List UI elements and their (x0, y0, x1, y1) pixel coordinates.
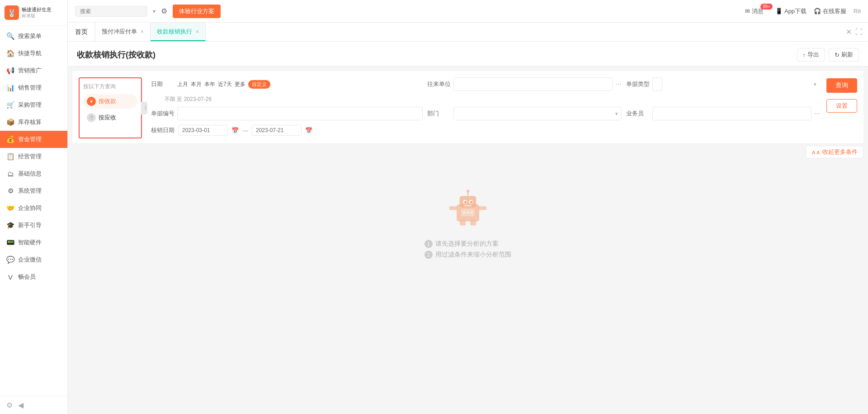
sidebar-item-label: 企业微信 (18, 256, 42, 264)
sidebar-item-label: 搜索菜单 (18, 32, 42, 40)
svg-rect-12 (470, 220, 476, 226)
user-info[interactable]: Rit (854, 8, 861, 14)
sidebar-item-label: 系统管理 (18, 187, 42, 195)
svg-rect-9 (449, 206, 457, 210)
sidebar-item-sales[interactable]: 📊 销售管理 (0, 79, 67, 96)
search-icon: 🔍 (6, 32, 14, 40)
topbar-gear-icon[interactable]: ⚙ (161, 7, 167, 15)
sidebar-item-search[interactable]: 🔍 搜索菜单 (0, 28, 67, 45)
purchase-icon: 🛒 (6, 101, 14, 109)
page-container: 收款核销执行(按收款) ↑ 导出 ↻ 刷新 按以下方查询 ¥ (68, 42, 868, 414)
step2-num: 2 (425, 251, 433, 259)
sidebar-item-newbie[interactable]: 🎓 新手引导 (0, 217, 67, 234)
tab-receipt-close[interactable]: × (196, 29, 199, 35)
date-shortcut-more[interactable]: 更多 (235, 81, 245, 88)
doc-type-select[interactable] (652, 77, 662, 91)
sidebar-item-purchase[interactable]: 🛒 采购管理 (0, 96, 67, 114)
solution-button[interactable]: 体验行业方案 (173, 5, 221, 18)
sidebar-item-label: 畅会员 (18, 273, 36, 281)
sidebar-item-quicknav[interactable]: 🏠 快捷导航 (0, 45, 67, 62)
tabbar-actions: ✕ ⛶ (840, 23, 868, 41)
app-download-button[interactable]: 📱 App下载 (775, 7, 807, 15)
sidebar-item-label: 基础信息 (18, 170, 42, 178)
verify-date-cal-end[interactable]: 📅 (305, 127, 312, 134)
sidebar-item-sysmanage[interactable]: ⚙ 系统管理 (0, 182, 67, 200)
svg-rect-10 (478, 206, 486, 210)
partner-filter-cell: 往来单位 ··· (427, 77, 621, 91)
dept-select[interactable] (453, 107, 621, 120)
online-service-button[interactable]: 🎧 在线客服 (814, 7, 846, 15)
topbar-search-input[interactable] (75, 6, 147, 17)
doc-num-input[interactable] (177, 107, 423, 120)
date-shortcut-lastmonth[interactable]: 上月 (177, 81, 188, 88)
collapse-more-button[interactable]: ∧∧ 收起更多条件 (806, 146, 863, 158)
inventory-icon: 📦 (6, 118, 14, 126)
date-shortcut-7days[interactable]: 近7天 (218, 81, 232, 88)
sidebar-bottom: ⚙ ◀ (0, 396, 67, 414)
filter-action-buttons: 查询 设置 (820, 77, 857, 138)
baseinfo-icon: 🗂 (6, 170, 14, 178)
staff-input[interactable] (652, 107, 811, 120)
receivable-filter-label: 按应收 (99, 114, 116, 122)
tabbar: 首页 预付冲应付单 × 收款核销执行 × ✕ ⛶ (68, 23, 868, 42)
empty-illustration (445, 186, 491, 231)
svg-point-16 (471, 212, 473, 214)
verify-date-label: 核销日期 (151, 126, 175, 134)
verify-date-cal-start[interactable]: 📅 (231, 127, 239, 134)
sidebar-item-bizcolab[interactable]: 🤝 企业协同 (0, 200, 67, 217)
sidebar-item-wechat[interactable]: 💬 企业微信 (0, 251, 67, 268)
filter-left-panel: 按以下方查询 ¥ 按收款 ⏱ 按应收 《 (79, 77, 142, 138)
service-label: 在线客服 (823, 7, 846, 15)
page-actions: ↑ 导出 ↻ 刷新 (797, 48, 859, 62)
doc-type-label: 单据类型 (626, 80, 650, 88)
receipt-filter-icon: ¥ (87, 97, 96, 106)
tab-prepay-close[interactable]: × (141, 29, 144, 35)
sidebar-item-bizmanage[interactable]: 📋 经营管理 (0, 148, 67, 165)
message-button[interactable]: ✉ 消息 99+ (745, 7, 768, 15)
sidebar-item-smarthw[interactable]: 📟 智能硬件 (0, 234, 67, 251)
collapse-sidebar-icon[interactable]: ◀ (18, 401, 24, 409)
logo-text: 畅捷通好生意 (22, 6, 52, 13)
svg-point-4 (464, 201, 466, 203)
sidebar-item-inventory[interactable]: 📦 库存核算 (0, 114, 67, 131)
window-close-icon[interactable]: ✕ (846, 28, 852, 36)
tab-prepay[interactable]: 预付冲应付单 × (95, 23, 151, 41)
date-shortcut-thisyear[interactable]: 本年 (204, 81, 215, 88)
tab-home[interactable]: 首页 (68, 23, 95, 41)
staff-dots[interactable]: ··· (814, 109, 820, 118)
tabbar-spacer (206, 23, 840, 41)
filter-option-receivable[interactable]: ⏱ 按应收 (83, 110, 137, 125)
sidebar-item-vip[interactable]: V 畅会员 (0, 268, 67, 286)
sidebar-item-label: 快捷导航 (18, 49, 42, 57)
settings-bottom-icon[interactable]: ⚙ (6, 401, 13, 409)
sales-icon: 📊 (6, 84, 14, 92)
topbar-chevron-icon[interactable]: ▾ (153, 8, 156, 14)
partner-input[interactable] (453, 77, 613, 91)
query-button[interactable]: 查询 (826, 78, 857, 93)
export-button[interactable]: ↑ 导出 (797, 48, 826, 62)
date-label: 日期 (151, 80, 175, 88)
filter-panel-collapse[interactable]: 《 (141, 102, 147, 114)
sidebar-item-finance[interactable]: 💰 资金管理 (0, 131, 67, 148)
step2-text: 用过滤条件来缩小分析范围 (435, 251, 511, 259)
refresh-button[interactable]: ↻ 刷新 (829, 48, 859, 62)
doc-num-filter-cell: 单据编号 (151, 107, 423, 120)
bizmanage-icon: 📋 (6, 152, 14, 161)
verify-date-start[interactable] (178, 125, 228, 136)
date-custom-tag[interactable]: 自定义 (248, 80, 270, 89)
sidebar-item-baseinfo[interactable]: 🗂 基础信息 (0, 165, 67, 182)
refresh-icon: ↻ (835, 52, 840, 58)
tab-receipt[interactable]: 收款核销执行 × (151, 23, 206, 41)
verify-date-end[interactable] (252, 125, 302, 136)
sidebar-item-label: 营销推广 (18, 67, 42, 75)
settings-button[interactable]: 设置 (826, 99, 857, 113)
sidebar-item-label: 资金管理 (18, 135, 42, 143)
doc-num-label: 单据编号 (151, 109, 175, 118)
sidebar-item-label: 销售管理 (18, 84, 42, 92)
date-shortcut-thismonth[interactable]: 本月 (191, 81, 202, 88)
sidebar-item-marketing[interactable]: 📢 营销推广 (0, 62, 67, 79)
window-expand-icon[interactable]: ⛶ (855, 28, 863, 36)
partner-dots[interactable]: ··· (615, 80, 621, 88)
filter-panel-title: 按以下方查询 (83, 83, 137, 90)
filter-option-receipt[interactable]: ¥ 按收款 (83, 94, 137, 109)
